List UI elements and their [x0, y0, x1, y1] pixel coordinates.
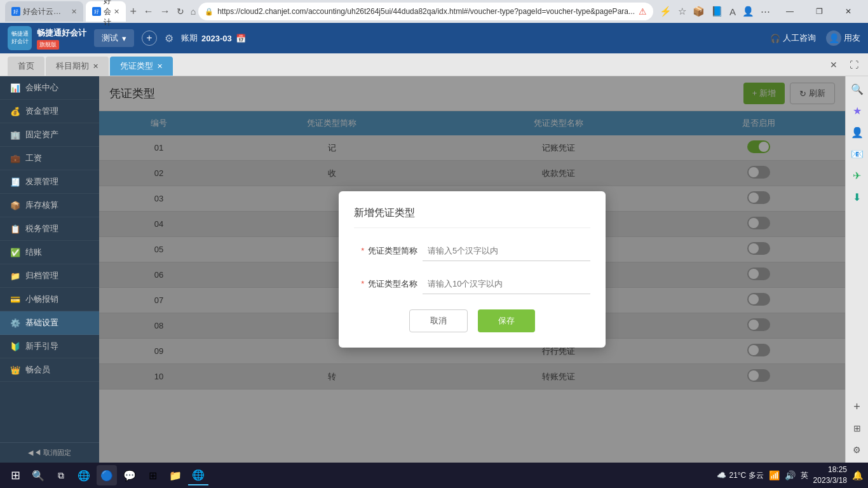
form-row-name: * 凭证类型名称 [354, 274, 590, 294]
address-bar[interactable]: 🔒 https://cloud2.chanjet.com/accounting/… [198, 3, 653, 20]
star-rs-icon[interactable]: ★ [847, 100, 867, 121]
win-controls: — ❐ ✕ [775, 0, 863, 23]
home-button[interactable]: ⌂ [191, 6, 196, 17]
taskbar-edge[interactable]: 🌐 [74, 465, 94, 485]
cancel-button[interactable]: 取消 [409, 309, 468, 332]
subject-tab-close[interactable]: ✕ [93, 62, 98, 71]
settings-icon[interactable]: ⚙ [165, 32, 173, 44]
sidebar-item-member[interactable]: 👑 畅会员 [0, 358, 99, 382]
panel-expand-icon[interactable]: ⛶ [845, 56, 863, 74]
extensions-icon[interactable]: ⚡ [660, 6, 672, 17]
company-selector[interactable]: 测试 ▾ [94, 29, 134, 47]
sidebar-item-settings[interactable]: ⚙️ 基础设置 [0, 311, 99, 335]
logo-badge: 旗舰版 [37, 40, 59, 50]
settings-rs-icon[interactable]: ⚙ [847, 440, 867, 460]
archive-icon: 📁 [10, 271, 20, 281]
collection-icon[interactable]: 📦 [693, 6, 705, 17]
outlook-rs-icon[interactable]: 📧 [847, 144, 867, 164]
capital-label: 资金管理 [25, 105, 58, 117]
taskbar-lang[interactable]: 英 [801, 470, 808, 481]
search-rs-icon[interactable]: 🔍 [847, 79, 867, 99]
tax-label: 税务管理 [25, 223, 58, 234]
tab2-label: 好会计 [104, 0, 111, 28]
back-button[interactable]: ← [144, 6, 154, 17]
favorites-icon[interactable]: ☆ [678, 6, 686, 17]
app-tab-subject[interactable]: 科目期初 ✕ [46, 57, 109, 76]
sidebar-collapse[interactable]: ◀ ◀ 取消固定 [0, 442, 99, 463]
browser-tab-inactive[interactable]: 好 好会计云财务软件管理系统_会计 ✕ [5, 1, 83, 22]
sidebar-item-settlement[interactable]: ✅ 结账 [0, 241, 99, 264]
taskbar-apps[interactable]: ⊞ [142, 465, 163, 485]
period-label: 账期 [181, 32, 198, 44]
sidebar-item-guide[interactable]: 🔰 新手引导 [0, 335, 99, 358]
panel-close-icon[interactable]: ✕ [825, 56, 843, 74]
start-button[interactable]: ⊞ [5, 465, 25, 485]
modal-overlay: 新增凭证类型 * 凭证类型简称 * 凭证类型名称 [99, 76, 845, 463]
tab2-close[interactable]: ✕ [114, 8, 119, 16]
tab1-close[interactable]: ✕ [71, 8, 77, 16]
reader-icon[interactable]: 📘 [711, 6, 723, 17]
assets-label: 固定资产 [25, 129, 58, 140]
close-button[interactable]: ✕ [834, 0, 863, 23]
save-button[interactable]: 保存 [478, 309, 535, 332]
more-icon[interactable]: ⋯ [761, 6, 770, 17]
sidebar-item-salary[interactable]: 💼 工资 [0, 147, 99, 170]
send-rs-icon[interactable]: ✈ [847, 165, 867, 186]
app-tab-voucher[interactable]: 凭证类型 ✕ [110, 57, 173, 76]
profile-icon[interactable]: 👤 [742, 6, 754, 17]
guide-icon: 🔰 [10, 342, 20, 351]
taskbar-notification[interactable]: 🔔 [852, 470, 863, 480]
taskbar-task-view[interactable]: ⧉ [51, 465, 71, 485]
taskbar-network[interactable]: 📶 [769, 470, 780, 480]
taskbar-wechat[interactable]: 💬 [119, 465, 140, 485]
table-rs-icon[interactable]: ⊞ [847, 418, 867, 438]
taskbar-browser2[interactable]: 🌐 [188, 465, 208, 485]
settings-label: 基础设置 [25, 317, 58, 329]
app-tab-home[interactable]: 首页 [8, 57, 44, 76]
voucher-tab-label: 凭证类型 [120, 60, 153, 72]
sidebar-item-capital[interactable]: 💰 资金管理 [0, 100, 99, 123]
weather-icon: ☁️ [717, 471, 726, 480]
minimize-button[interactable]: — [775, 0, 804, 23]
sidebar-item-assets[interactable]: 🏢 固定资产 [0, 123, 99, 147]
sidebar: 📊 会账中心 💰 资金管理 🏢 固定资产 💼 工资 🧾 发票管理 📦 库存核算 … [0, 76, 99, 463]
new-tab-button[interactable]: + [128, 3, 139, 20]
voucher-tab-close[interactable]: ✕ [157, 62, 163, 71]
download-rs-icon[interactable]: ⬇ [847, 187, 867, 207]
translate-icon[interactable]: A [729, 6, 736, 17]
calendar-icon[interactable]: 📅 [236, 34, 246, 43]
dashboard-label: 会账中心 [25, 82, 58, 93]
add-company-button[interactable]: + [142, 30, 157, 46]
sidebar-item-archive[interactable]: 📁 归档管理 [0, 264, 99, 288]
add-rs-icon[interactable]: + [847, 396, 867, 417]
browser-tab-active[interactable]: 好 好会计 ✕ [86, 1, 126, 22]
weather-text: 21°C 多云 [729, 470, 763, 481]
browser-controls: ← → ↻ ⌂ [144, 6, 196, 17]
taskbar-right: ☁️ 21°C 多云 📶 🔊 英 18:25 2023/3/18 🔔 [717, 464, 863, 486]
collapse-icon: ◀ [28, 449, 33, 457]
salary-icon: 💼 [10, 154, 20, 163]
settings-nav-icon: ⚙️ [10, 318, 20, 328]
sidebar-item-invoice[interactable]: 🧾 发票管理 [0, 170, 99, 194]
company-name: 测试 [102, 32, 118, 44]
abbr-input[interactable] [423, 241, 590, 261]
consult-button[interactable]: 🎧 人工咨询 [770, 32, 816, 44]
maximize-button[interactable]: ❐ [804, 0, 834, 23]
sidebar-item-dashboard[interactable]: 📊 会账中心 [0, 76, 99, 100]
reload-button[interactable]: ↻ [177, 6, 184, 17]
taskbar-clock: 18:25 2023/3/18 [813, 464, 847, 486]
period-value: 2023-03 [201, 34, 232, 43]
sidebar-item-expense[interactable]: 💳 小畅报销 [0, 288, 99, 311]
sidebar-item-inventory[interactable]: 📦 库存核算 [0, 194, 99, 217]
member-label: 畅会员 [25, 364, 50, 376]
person-rs-icon[interactable]: 👤 [847, 122, 867, 142]
name-input[interactable] [423, 274, 590, 294]
taskbar-chrome[interactable]: 🔵 [97, 465, 117, 485]
taskbar-volume[interactable]: 🔊 [785, 470, 796, 480]
user-button[interactable]: 👤 用友 [826, 30, 860, 46]
sidebar-item-tax[interactable]: 📋 税务管理 [0, 217, 99, 241]
inventory-label: 库存核算 [25, 200, 58, 211]
forward-button[interactable]: → [160, 6, 170, 17]
taskbar-search[interactable]: 🔍 [28, 465, 48, 485]
taskbar-folder[interactable]: 📁 [165, 465, 186, 485]
